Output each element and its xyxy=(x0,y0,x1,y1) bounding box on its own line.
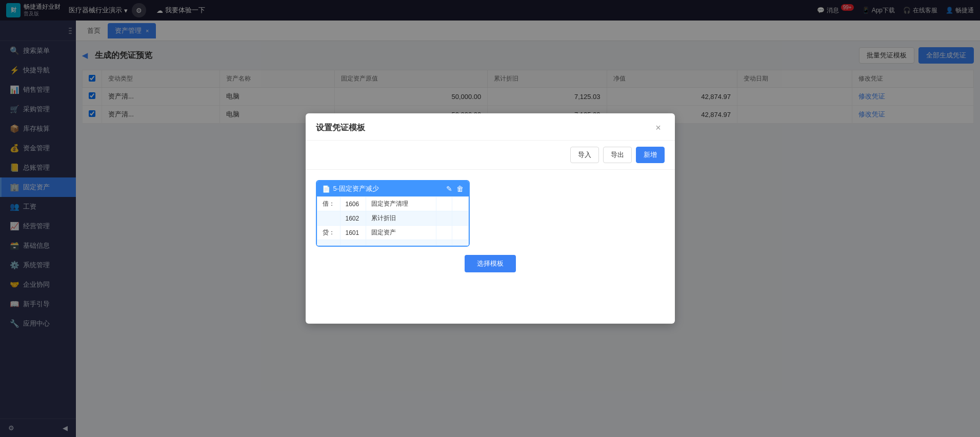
template-entry-empty xyxy=(317,240,468,246)
entry-code-2: 1602 xyxy=(340,211,366,226)
entry-name-3: 固定资产 xyxy=(366,226,436,240)
template-edit-icon[interactable]: ✎ xyxy=(446,185,452,193)
template-card-header: 📄 5-固定资产减少 ✎ 🗑 xyxy=(317,181,469,196)
entry-name-1: 固定资产清理 xyxy=(366,197,436,211)
template-entry-2: 1602 累计折旧 xyxy=(317,211,468,226)
entry-side-1: 借： xyxy=(317,197,340,211)
entry-name-2: 累计折旧 xyxy=(366,211,436,226)
select-template-button[interactable]: 选择模板 xyxy=(465,255,516,272)
template-file-icon: 📄 xyxy=(322,185,330,193)
new-template-button[interactable]: 新增 xyxy=(636,147,665,163)
template-dialog: 设置凭证模板 × 导入 导出 新增 📄 5-固定资产减少 ✎ 🗑 xyxy=(306,113,675,324)
template-card-body: 借： 1606 固定资产清理 1602 累计折旧 xyxy=(317,196,469,246)
dialog-toolbar: 导入 导出 新增 xyxy=(306,141,675,170)
dialog-body: 📄 5-固定资产减少 ✎ 🗑 借： 1606 固 xyxy=(306,170,675,324)
entry-extra-3 xyxy=(452,226,468,240)
entry-extra-2 xyxy=(452,211,468,226)
export-button[interactable]: 导出 xyxy=(603,147,632,163)
dialog-header: 设置凭证模板 × xyxy=(306,113,675,141)
template-entry-3: 贷： 1601 固定资产 xyxy=(317,226,468,240)
template-delete-icon[interactable]: 🗑 xyxy=(456,185,464,193)
entry-code-1: 1606 xyxy=(340,197,366,211)
entry-amount-3 xyxy=(436,226,452,240)
entry-side-3: 贷： xyxy=(317,226,340,240)
template-card: 📄 5-固定资产减少 ✎ 🗑 借： 1606 固 xyxy=(316,180,470,247)
entry-extra-1 xyxy=(452,197,468,211)
entry-side-2 xyxy=(317,211,340,226)
import-button[interactable]: 导入 xyxy=(570,147,599,163)
entry-code-3: 1601 xyxy=(340,226,366,240)
dialog-close-button[interactable]: × xyxy=(652,122,665,134)
entry-amount-1 xyxy=(436,197,452,211)
dialog-title: 设置凭证模板 xyxy=(316,123,365,133)
template-entry-1: 借： 1606 固定资产清理 xyxy=(317,197,468,211)
template-name: 5-固定资产减少 xyxy=(333,184,379,193)
modal-overlay[interactable]: 设置凭证模板 × 导入 导出 新增 📄 5-固定资产减少 ✎ 🗑 xyxy=(0,0,980,437)
entry-amount-2 xyxy=(436,211,452,226)
template-entries-table: 借： 1606 固定资产清理 1602 累计折旧 xyxy=(317,196,469,246)
